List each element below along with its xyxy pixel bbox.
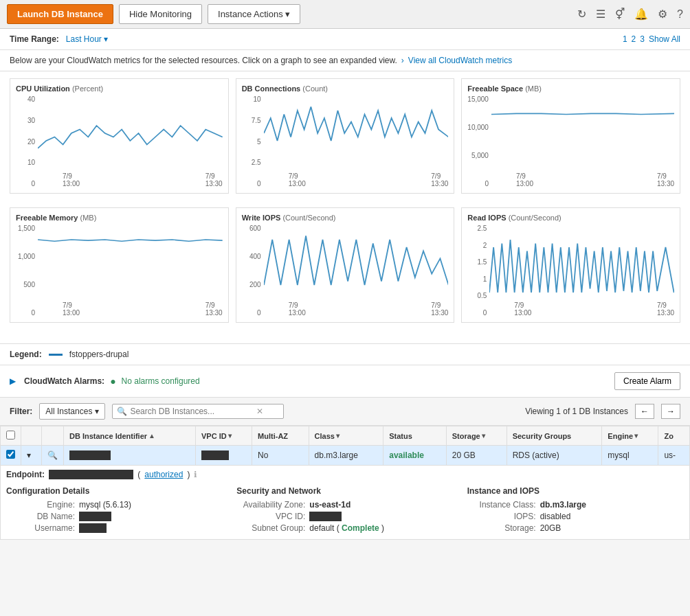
expanded-details-row: Endpoint: ( authorized ) ℹ Configuratio	[1, 466, 690, 540]
write-iops-chart-title: Write IOPS (Count/Second)	[242, 214, 449, 222]
filter-dropdown[interactable]: All Instances ▾	[39, 403, 105, 420]
create-alarm-button[interactable]: Create Alarm	[614, 372, 680, 390]
people-icon[interactable]: ⚥	[615, 8, 625, 21]
page-3[interactable]: 3	[640, 34, 645, 44]
username-label: Username:	[6, 523, 75, 533]
endpoint-label: Endpoint:	[6, 470, 45, 479]
td-actions[interactable]: ▾	[21, 446, 42, 466]
config-details-section: Configuration Details Engine: mysql (5.6…	[6, 486, 223, 535]
gear-icon[interactable]: ⚙	[658, 8, 667, 21]
legend-color-line	[49, 354, 63, 356]
th-checkbox[interactable]	[1, 426, 21, 446]
cw-toggle[interactable]: ▶	[10, 376, 16, 386]
th-status[interactable]: Status	[383, 426, 447, 446]
config-username-row: Username:	[6, 523, 223, 533]
vpc-row: VPC ID:	[236, 512, 453, 521]
toolbar-right-icons: ↻ ☰ ⚥ 🔔 ⚙ ?	[577, 8, 683, 21]
refresh-icon[interactable]: ↻	[577, 8, 586, 21]
help-icon[interactable]: ?	[677, 8, 683, 21]
config-dbname-row: DB Name:	[6, 512, 223, 521]
td-class: db.m3.large	[309, 446, 383, 466]
expanded-details-cell: Endpoint: ( authorized ) ℹ Configuratio	[1, 466, 690, 540]
prev-page-button[interactable]: ←	[635, 404, 654, 419]
db-connections-chart[interactable]: DB Connections (Count) 107.552.50 7/913:…	[236, 78, 455, 194]
td-magnify[interactable]: 🔍	[42, 446, 64, 466]
th-engine[interactable]: Engine ▾	[602, 426, 658, 446]
authorized-link[interactable]: authorized	[144, 470, 183, 479]
subnet-label: Subnet Group:	[236, 523, 305, 533]
search-box[interactable]: 🔍 ✕	[112, 404, 284, 419]
storage-row: Storage: 20GB	[467, 523, 684, 533]
td-multi-az: No	[252, 446, 309, 466]
db-connections-chart-title: DB Connections (Count)	[242, 84, 449, 93]
bell-icon[interactable]: 🔔	[634, 8, 648, 21]
info-text: Below are your CloudWatch metrics for th…	[10, 56, 397, 65]
read-iops-x-axis: 7/913:007/913:30	[489, 301, 674, 317]
menu-icon[interactable]: ☰	[596, 8, 605, 21]
db-conn-y-axis: 107.552.50	[242, 95, 264, 187]
th-security-groups[interactable]: Security Groups	[507, 426, 602, 446]
td-identifier	[64, 446, 196, 466]
cloudwatch-metrics-link[interactable]: View all CloudWatch metrics	[408, 56, 512, 65]
iops-row: IOPS: disabled	[467, 512, 684, 521]
instance-class-value: db.m3.large	[540, 500, 586, 510]
charts-row-1: CPU Utilization (Percent) 403020100 7/91…	[10, 78, 680, 194]
write-iops-chart[interactable]: Write IOPS (Count/Second) 6004002000 7/9…	[236, 207, 455, 323]
row-dropdown-icon[interactable]: ▾	[27, 450, 31, 460]
th-multi-az[interactable]: Multi-AZ	[252, 426, 309, 446]
td-checkbox[interactable]	[1, 446, 21, 466]
row-checkbox[interactable]	[6, 450, 15, 459]
details-grid: Configuration Details Engine: mysql (5.6…	[6, 486, 684, 535]
instance-actions-button[interactable]: Instance Actions ▾	[208, 4, 300, 24]
read-iops-chart-title: Read IOPS (Count/Second)	[467, 214, 674, 222]
th-vpc-id[interactable]: VPC ID ▾	[196, 426, 252, 446]
write-iops-x-axis: 7/913:007/913:30	[264, 301, 449, 317]
iops-value: disabled	[540, 512, 571, 521]
td-storage: 20 GB	[446, 446, 507, 466]
magnify-icon[interactable]: 🔍	[47, 450, 58, 460]
show-all-link[interactable]: Show All	[649, 34, 680, 44]
az-value: us-east-1d	[309, 500, 350, 510]
engine-value: mysql (5.6.13)	[79, 500, 131, 510]
legend-instance: fstoppers-drupal	[69, 350, 129, 359]
time-range-value[interactable]: Last Hour ▾	[66, 34, 108, 44]
td-zone: us-	[658, 446, 690, 466]
viewing-text: Viewing 1 of 1 DB Instances	[525, 407, 628, 416]
td-security-groups: RDS (active)	[507, 446, 602, 466]
vpc-id-label: VPC ID:	[236, 512, 305, 521]
search-clear-icon[interactable]: ✕	[256, 407, 263, 416]
th-identifier[interactable]: DB Instance Identifier ▲	[64, 426, 196, 446]
freeable-memory-chart[interactable]: Freeable Memory (MB) 1,5001,0005000 7/91…	[10, 207, 229, 323]
page-2[interactable]: 2	[632, 34, 636, 44]
hide-monitoring-button[interactable]: Hide Monitoring	[119, 4, 202, 24]
th-storage[interactable]: Storage ▾	[446, 426, 507, 446]
launch-db-button[interactable]: Launch DB Instance	[7, 4, 113, 24]
th-class[interactable]: Class ▾	[309, 426, 383, 446]
page-1[interactable]: 1	[623, 34, 627, 44]
th-actions	[21, 426, 42, 446]
freeable-space-chart[interactable]: Freeable Space (MB) 15,00010,0005,0000 7…	[461, 78, 680, 194]
next-page-button[interactable]: →	[661, 404, 680, 419]
table-row[interactable]: ▾ 🔍 No db.m3.large available 20 GB RDS (…	[1, 446, 690, 466]
select-all-checkbox[interactable]	[6, 431, 15, 440]
filter-label: Filter:	[10, 407, 32, 416]
dbname-label: DB Name:	[6, 512, 75, 521]
td-engine: mysql	[602, 446, 658, 466]
cpu-utilization-chart[interactable]: CPU Utilization (Percent) 403020100 7/91…	[10, 78, 229, 194]
time-range-bar: Time Range: Last Hour ▾ 1 2 3 Show All	[0, 29, 690, 50]
read-iops-chart[interactable]: Read IOPS (Count/Second) 2.521.510.50 7/…	[461, 207, 680, 323]
freeable-memory-x-axis: 7/913:007/913:30	[38, 301, 223, 317]
subnet-row: Subnet Group: default ( Complete )	[236, 523, 453, 533]
network-details-section: Security and Network Availability Zone: …	[236, 486, 453, 535]
th-magnify	[42, 426, 64, 446]
freeable-space-chart-title: Freeable Space (MB)	[467, 84, 674, 93]
search-input[interactable]	[130, 407, 254, 416]
subnet-status: Complete	[342, 523, 379, 533]
cpu-x-axis: 7/913:007/913:30	[38, 172, 223, 187]
th-zone[interactable]: Zo	[658, 426, 690, 446]
freeable-space-x-axis: 7/913:007/913:30	[491, 172, 674, 187]
cw-no-alarms-text: No alarms configured	[122, 376, 200, 386]
td-status: available	[383, 446, 447, 466]
filter-bar: Filter: All Instances ▾ 🔍 ✕ Viewing 1 of…	[0, 398, 690, 426]
endpoint-info-icon[interactable]: ℹ	[194, 470, 197, 479]
